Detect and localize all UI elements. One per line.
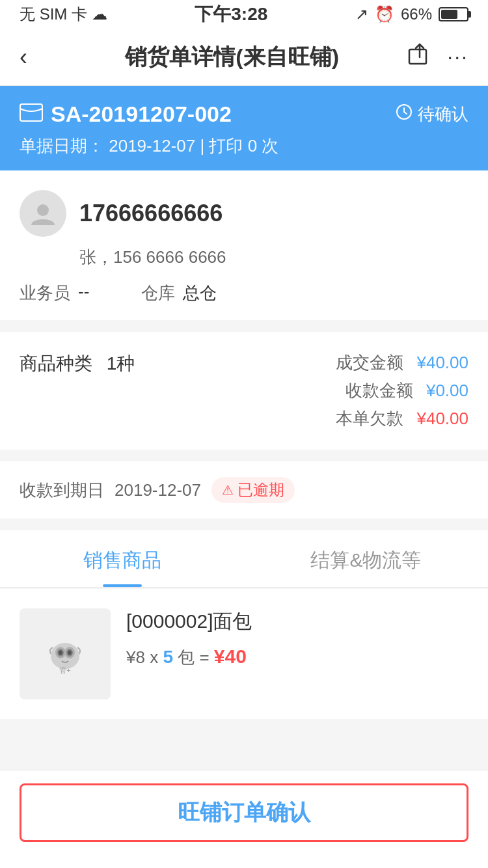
status-time: 下午3:28 <box>195 2 267 27</box>
equals-sign: = <box>199 647 213 667</box>
quantity: 5 <box>163 647 173 667</box>
due-date: 2019-12-07 <box>115 480 201 500</box>
stats-right: 成交金额 ¥40.00 收款金额 ¥0.00 本单欠款 ¥40.00 <box>336 351 468 430</box>
sales-meta: 业务员 -- <box>20 282 89 305</box>
total-price: ¥40 <box>214 645 247 667</box>
nav-actions: ··· <box>405 40 468 74</box>
customer-phone: 17666666666 <box>79 200 223 227</box>
order-header: SA-20191207-002 待确认 单据日期： 2019-12-07 | 打… <box>0 86 488 170</box>
product-name: [0000002]面包 <box>126 608 468 635</box>
alarm-icon: ⏰ <box>375 5 394 23</box>
svg-point-4 <box>51 643 79 669</box>
customer-avatar <box>20 190 66 237</box>
product-thumbnail: 管+ <box>20 608 111 699</box>
svg-point-3 <box>37 204 49 216</box>
amount-value: ¥40.00 <box>416 353 468 373</box>
sales-label: 业务员 <box>20 282 70 305</box>
battery-text: 66% <box>401 5 432 23</box>
order-id-text: SA-20191207-002 <box>51 102 232 127</box>
owed-label: 本单欠款 <box>336 407 403 430</box>
received-label: 收款金额 <box>346 379 413 402</box>
stats-section: 商品种类 1种 成交金额 ¥40.00 收款金额 ¥0.00 本单欠款 ¥40.… <box>0 332 488 450</box>
order-icon <box>20 102 43 127</box>
svg-text:管+: 管+ <box>59 666 70 674</box>
svg-rect-1 <box>20 104 42 121</box>
tab-sales-products[interactable]: 销售商品 <box>0 530 244 587</box>
owed-value: ¥40.00 <box>416 409 468 429</box>
product-price: ¥8 x 5 包 = ¥40 <box>126 645 468 669</box>
product-section: 管+ [0000002]面包 ¥8 x 5 包 = ¥40 <box>0 589 488 719</box>
unit: 包 <box>178 647 195 667</box>
product-type-value: 1种 <box>107 353 135 373</box>
bottom-bar: 旺铺订单确认 <box>0 770 488 868</box>
warehouse-value: 总仓 <box>183 282 217 305</box>
status-bar: 无 SIM 卡 ☁ 下午3:28 ↗ ⏰ 66% <box>0 0 488 29</box>
received-value: ¥0.00 <box>426 381 468 401</box>
owed-row: 本单欠款 ¥40.00 <box>336 407 468 430</box>
location-icon: ↗ <box>355 5 368 23</box>
order-date: 单据日期： 2019-12-07 | 打印 0 次 <box>20 135 468 157</box>
page-title: 销货单详情(来自旺铺) <box>59 42 405 72</box>
sales-value: -- <box>78 282 89 305</box>
status-text: 待确认 <box>418 103 468 126</box>
order-status: 待确认 <box>396 103 468 126</box>
status-clock-icon <box>396 103 413 125</box>
customer-meta: 业务员 -- 仓库 总仓 <box>20 282 468 305</box>
tab-settlement[interactable]: 结算&物流等 <box>244 530 488 587</box>
amount-label: 成交金额 <box>336 351 403 374</box>
status-left: 无 SIM 卡 ☁ <box>20 4 107 25</box>
divider-2 <box>0 451 488 461</box>
due-section: 收款到期日 2019-12-07 ⚠ 已逾期 <box>0 461 488 519</box>
customer-name: 张，156 6666 6666 <box>79 246 468 269</box>
battery-icon <box>439 7 468 21</box>
multiply-sign: x <box>150 647 163 667</box>
tab-underline <box>103 584 142 587</box>
warehouse-label: 仓库 <box>141 282 175 305</box>
amount-row: 成交金额 ¥40.00 <box>336 351 468 374</box>
stats-left: 商品种类 1种 <box>20 351 135 376</box>
nav-bar: ‹ 销货单详情(来自旺铺) ··· <box>0 29 488 86</box>
received-row: 收款金额 ¥0.00 <box>346 379 468 402</box>
confirm-order-button[interactable]: 旺铺订单确认 <box>20 783 468 842</box>
divider-3 <box>0 520 488 530</box>
warehouse-meta: 仓库 总仓 <box>141 282 217 305</box>
overdue-badge: ⚠ 已逾期 <box>211 477 295 503</box>
tab-sales-label: 销售商品 <box>83 549 161 571</box>
product-type-label: 商品种类 <box>20 353 92 373</box>
divider-1 <box>0 321 488 332</box>
svg-point-10 <box>68 651 72 655</box>
product-image: 管+ <box>36 631 94 677</box>
unit-price: ¥8 <box>126 647 145 667</box>
share-icon <box>405 40 434 69</box>
overdue-text: 已逾期 <box>237 480 284 500</box>
svg-point-9 <box>59 651 62 655</box>
share-button[interactable] <box>405 40 434 74</box>
order-id: SA-20191207-002 <box>20 102 232 127</box>
back-button[interactable]: ‹ <box>20 44 59 71</box>
more-button[interactable]: ··· <box>447 45 468 69</box>
due-label: 收款到期日 <box>20 479 104 502</box>
customer-section: 17666666666 张，156 6666 6666 业务员 -- 仓库 总仓 <box>0 170 488 320</box>
tab-settlement-label: 结算&物流等 <box>310 549 421 571</box>
svg-rect-0 <box>409 49 426 64</box>
product-info: [0000002]面包 ¥8 x 5 包 = ¥40 <box>126 608 468 669</box>
sim-label: 无 SIM 卡 ☁ <box>20 4 107 25</box>
avatar-icon <box>29 199 57 228</box>
tabs-section: 销售商品 结算&物流等 <box>0 530 488 588</box>
overdue-icon: ⚠ <box>222 482 234 498</box>
status-right: ↗ ⏰ 66% <box>355 5 468 23</box>
